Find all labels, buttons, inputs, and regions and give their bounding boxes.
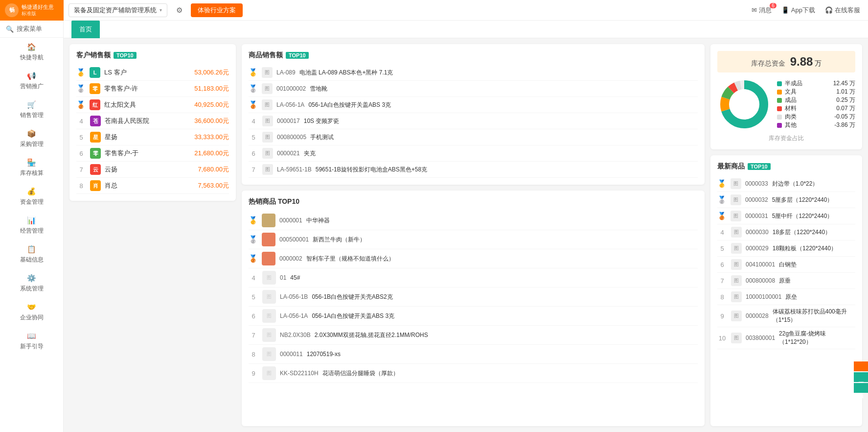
product-thumbnail: 图 xyxy=(262,366,276,380)
purchase-icon: 📦 xyxy=(27,129,36,138)
legend-value: 1.01 万 xyxy=(836,88,855,96)
product-sales-row: 🥉 图 LA-056-1A 056-1A白色按键开关盖ABS 3克 xyxy=(249,97,698,113)
hot-product-row: 5 图 LA-056-1B 056-1B白色按键开关壳ABS2克 xyxy=(249,288,698,307)
right-column: 库存总资金 9.88 万 xyxy=(710,44,862,426)
new-product-row: 5 图 0000029 18颗粒板（1220*2440） xyxy=(717,240,855,257)
customer-avatar: 零 xyxy=(90,83,100,94)
float-btn-live[interactable]: 直播 xyxy=(854,383,868,393)
product-img: 图 xyxy=(262,148,273,159)
sidebar-item-base-info[interactable]: 📋 基础信息 xyxy=(0,240,63,269)
sidebar-item-system[interactable]: ⚙️ 系统管理 xyxy=(0,269,63,298)
sidebar-search[interactable]: 🔍 搜索菜单 xyxy=(0,21,63,38)
hot-product-name: 12070519-xs xyxy=(307,351,341,358)
float-btn-service[interactable]: 客服热线 xyxy=(854,361,868,371)
notification-btn[interactable]: ✉ 消息 6 xyxy=(752,6,772,15)
sidebar-item-guide[interactable]: 📖 新手引导 xyxy=(0,327,63,356)
settings-icon[interactable]: ⚙ xyxy=(172,3,186,17)
new-product-img: 图 xyxy=(731,291,742,302)
product-img: 图 xyxy=(262,99,273,110)
sidebar-item-finance[interactable]: 💰 资金管理 xyxy=(0,182,63,211)
chevron-down-icon: ▾ xyxy=(160,7,162,13)
product-thumbnail xyxy=(262,214,275,227)
customer-rank-row: 8 肖 肖总 7,563.00元 xyxy=(76,178,229,194)
sidebar-item-coop[interactable]: 🤝 企业协同 xyxy=(0,298,63,327)
message-icon: ✉ xyxy=(752,6,757,14)
legend-item: 文具 1.01 万 xyxy=(777,88,855,96)
product-name: 056-1A白色按键开关盖ABS 3克 xyxy=(308,101,391,109)
hot-product-row: 6 图 LA-056-1A 056-1A白色按键开关盖ABS 3克 xyxy=(249,307,698,326)
product-thumbnail xyxy=(262,233,275,246)
product-code: LA-089 xyxy=(276,69,296,76)
hot-product-row: 🥈 000500001 新西兰牛肉（新牛） xyxy=(249,230,698,249)
sidebar-item-operations[interactable]: 📊 经营管理 xyxy=(0,211,63,240)
customer-value: 40,925.00元 xyxy=(194,100,229,109)
product-sales-row: 6 图 0000021 夹克 xyxy=(249,145,698,162)
customer-avatar: 苍 xyxy=(90,116,101,126)
sidebar-item-purchase[interactable]: 📦 采购管理 xyxy=(0,124,63,153)
new-product-name: 原垂 xyxy=(779,277,855,285)
phone-icon: 📱 xyxy=(781,6,789,14)
product-thumbnail xyxy=(262,252,275,265)
legend-value: 12.45 万 xyxy=(833,79,855,88)
product-code: 0000017 xyxy=(277,118,300,124)
new-product-row: 4 图 0000030 18多层（1220*2440） xyxy=(717,224,855,240)
customer-value: 7,563.00元 xyxy=(198,181,229,190)
customer-rank-row: 🥈 零 零售客户-许 51,183.00元 xyxy=(76,81,229,97)
hot-product-code: 000500001 xyxy=(279,236,309,243)
hot-product-code: 01 xyxy=(280,274,286,281)
legend-item: 肉类 -0.05 万 xyxy=(777,113,855,121)
product-name: 10S 变频罗瓷 xyxy=(304,117,340,125)
new-product-code: 000800008 xyxy=(746,277,775,284)
hot-product-code: 0000011 xyxy=(280,351,303,358)
system-selector[interactable]: 装备及固定资产辅助管理系统 ▾ xyxy=(69,3,167,17)
sidebar-item-quick-nav[interactable]: 🏠 快捷导航 xyxy=(0,38,63,67)
customer-name: 云扬 xyxy=(105,165,194,174)
hot-product-name: 056-1A白色按键开关盖ABS 3克 xyxy=(312,312,394,320)
customer-avatar: 云 xyxy=(90,164,101,175)
hot-product-code: KK-SD22110H xyxy=(280,370,319,377)
customer-rank-row: 6 零 零售客户-于 21,680.00元 xyxy=(76,145,229,162)
sidebar-item-marketing[interactable]: 📢 营销推广 xyxy=(0,67,63,96)
customer-rank-row: 5 星 星扬 33,333.00元 xyxy=(76,129,229,145)
system-icon: ⚙️ xyxy=(27,274,36,283)
legend-item: 半成品 12.45 万 xyxy=(777,79,855,88)
legend-name: 文具 xyxy=(785,88,833,96)
new-product-img: 图 xyxy=(731,259,742,270)
sidebar-item-sales[interactable]: 🛒 销售管理 xyxy=(0,96,63,124)
product-name: 电池盖 LA-089 ABS本色+黑种 7.1克 xyxy=(299,69,393,77)
product-name: 手机测试 xyxy=(310,133,334,142)
legend-color-dot xyxy=(777,98,782,103)
trial-button[interactable]: 体验行业方案 xyxy=(191,3,243,17)
new-product-code: 004100001 xyxy=(746,261,775,268)
hot-product-code: 0000002 xyxy=(279,255,302,262)
marketing-icon: 📢 xyxy=(27,72,36,80)
customer-value: 21,680.00元 xyxy=(194,149,229,158)
legend-name: 其他 xyxy=(785,121,831,129)
new-product-name: 白钢垫 xyxy=(779,261,855,269)
product-thumbnail: 图 xyxy=(262,271,276,285)
online-service-btn[interactable]: 🎧 在线客服 xyxy=(825,6,860,15)
hot-product-name: 花语萌侣温分腿睡袋（厚款） xyxy=(322,369,399,378)
hot-product-row: 7 图 NB2.0X30B 2.0X30MM双搓花轴,搓花直径2.1MM/ROH… xyxy=(249,326,698,345)
sidebar-item-inventory[interactable]: 🏪 库存核算 xyxy=(0,153,63,182)
new-product-img: 图 xyxy=(731,194,741,205)
new-product-img: 图 xyxy=(731,227,742,238)
new-product-code: 0000030 xyxy=(746,229,769,236)
legend-color-dot xyxy=(777,81,782,86)
product-sales-row: 🥈 图 001000002 雪地靴 xyxy=(249,81,698,97)
coop-icon: 🤝 xyxy=(27,303,36,312)
product-name: 雪地靴 xyxy=(310,85,327,93)
new-product-img: 图 xyxy=(731,333,742,343)
legend-color-dot xyxy=(777,123,782,128)
tab-home[interactable]: 首页 xyxy=(71,21,100,38)
float-btn-community[interactable]: 服务社区 xyxy=(854,372,868,382)
product-img: 图 xyxy=(262,164,273,175)
base-info-icon: 📋 xyxy=(27,245,36,254)
hot-product-row: 🥇 0000001 中华神器 xyxy=(249,211,698,230)
float-buttons: 客服热线 服务社区 直播 xyxy=(854,361,868,393)
new-product-img: 图 xyxy=(731,311,742,321)
nav-tabs: 首页 xyxy=(64,21,868,38)
new-product-row: 10 图 003800001 22g鱼豆腐-烧烤味（1*12*20） xyxy=(717,327,855,349)
app-download-btn[interactable]: 📱 App下载 xyxy=(781,6,815,15)
legend-item: 材料 0.07 万 xyxy=(777,104,855,113)
